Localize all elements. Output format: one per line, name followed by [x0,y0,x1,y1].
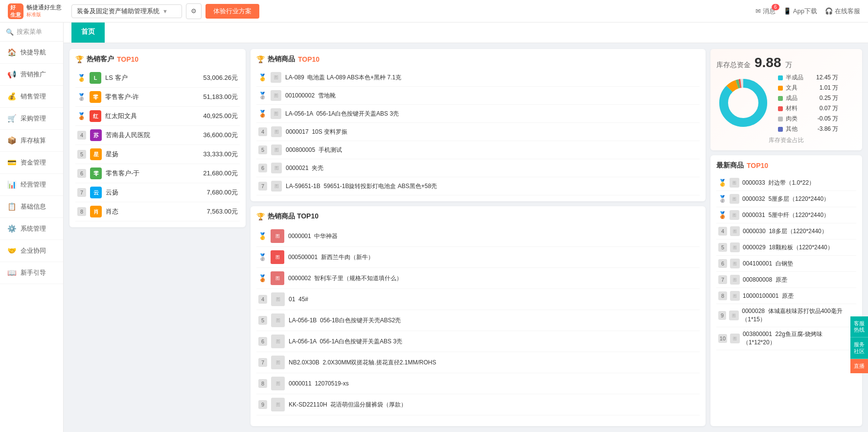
legend-item: 成品 0.25 万 [778,94,838,102]
message-button[interactable]: ✉ 消息 6 [755,7,776,16]
trial-button[interactable]: 体验行业方案 [206,4,259,19]
hot-product2-item: 6 图 0000021 夹壳 [256,159,700,177]
sidebar-label-guide: 新手引导 [21,268,46,277]
new-product-item: 🥉 图 0000031 5厘中纤（1220*2440） [716,207,856,223]
float-btn-community[interactable]: 服务社区 [850,337,868,359]
page-tabs: 首页 [64,23,868,43]
sidebar-item-sales[interactable]: 💰 销售管理 [0,86,63,108]
trophy2-icon: 🏆 [256,55,265,63]
trophy3-icon: 🏆 [256,213,265,220]
svg-point-1 [724,83,763,122]
customer-rank-item: 4 苏 苦南县人民医院 36,600.00元 [75,126,240,145]
hot-product2-list: 🥇 图 LA-089 电池盖 LA-089 ABS本色+黑种 7.1克 🥈 图 … [256,69,700,195]
hot-product2-card: 🏆 热销商品 TOP10 🥇 图 LA-089 电池盖 LA-089 ABS本色… [251,49,706,201]
right-panel: 库存总资金 9.88 万 [710,49,862,426]
sidebar-item-enterprise[interactable]: 🤝 企业协同 [0,240,63,262]
sys-select[interactable]: 装备及固定资产辅助管理系统 ▼ [71,4,182,18]
new-product-item: 8 图 10000100001 原垄 [716,288,856,304]
inventory-card: 库存总资金 9.88 万 [710,49,862,150]
dropdown-arrow-icon: ▼ [162,8,168,14]
brand-badge: 标准版 [26,11,62,18]
search-menu-button[interactable]: 🔍 搜索菜单 [0,23,63,42]
float-buttons: 客服热线 服务社区 直播 [850,316,868,373]
customer-top10-card: 🏆 热销客户 TOP10 🥇 L LS 客户 53,006.26元 🥈 零 零售… [69,49,246,227]
new-product-item: 🥈 图 0000032 5厘多层（1220*2440） [716,191,856,207]
new-product-item: 10 图 003800001 22g鱼豆腐-烧烤味（1*12*20） [716,327,856,350]
sidebar-item-marketing[interactable]: 📢 营销推广 [0,64,63,86]
customer-rank-item: 6 零 零售客户-于 21,680.00元 [75,164,240,183]
sidebar-label-quick-nav: 快捷导航 [21,48,46,57]
sidebar-label-finance: 资金管理 [21,158,46,167]
hot-product-item: 4 图 01 45# [256,289,700,310]
new-product-item: 7 图 000800008 原垄 [716,272,856,288]
customer-rank-item: 🥈 零 零售客户-许 51,183.00元 [75,88,240,107]
customer-rank-item: 🥇 L LS 客户 53,006.26元 [75,69,240,88]
main-content: 首页 🏆 热销客户 TOP10 🥇 L LS 客户 53,006.26元 🥈 零… [64,23,868,432]
search-icon: 🔍 [6,28,14,36]
sidebar-label-system: 系统管理 [21,224,46,233]
purchase-icon: 🛒 [7,114,17,123]
hot-product-list: 🥇 图 0000001 中华神器 🥈 图 000500001 新西兰牛肉（新牛）… [256,226,700,415]
hot-product2-item: 🥈 图 001000002 雪地靴 [256,87,700,105]
operation-icon: 📊 [7,180,17,190]
legend-item: 半成品 12.45 万 [778,73,838,82]
topbar: 好生意 畅捷通好生意 标准版 装备及固定资产辅助管理系统 ▼ ⚙ 体验行业方案 … [0,0,868,23]
app-download-button[interactable]: 📱 App下载 [783,7,817,16]
app-body: 🔍 搜索菜单 🏠 快捷导航 📢 营销推广 💰 销售管理 🛒 采购管理 📦 库存核… [0,23,868,432]
sidebar-item-operation[interactable]: 📊 经营管理 [0,174,63,196]
settings-button[interactable]: ⚙ [186,3,202,19]
sidebar: 🔍 搜索菜单 🏠 快捷导航 📢 营销推广 💰 销售管理 🛒 采购管理 📦 库存核… [0,23,64,432]
hot-product-item: 🥈 图 000500001 新西兰牛肉（新牛） [256,247,700,268]
sidebar-item-purchase[interactable]: 🛒 采购管理 [0,108,63,130]
topbar-center: 装备及固定资产辅助管理系统 ▼ ⚙ 体验行业方案 [71,3,755,19]
customer-list: 🥇 L LS 客户 53,006.26元 🥈 零 零售客户-许 51,183.0… [75,69,240,221]
left-panel: 🏆 热销客户 TOP10 🥇 L LS 客户 53,006.26元 🥈 零 零售… [69,49,246,426]
hot-product-item: 🥉 图 0000002 智利车子里（规格不知道填什么） [256,268,700,289]
sidebar-label-basic: 基础信息 [21,202,46,211]
inventory-title: 库存总资金 [716,61,751,70]
customer-rank-item: 7 云 云扬 7,680.00元 [75,183,240,202]
sidebar-item-quick-nav[interactable]: 🏠 快捷导航 [0,42,63,64]
customer-rank-item: 5 星 星扬 33,333.00元 [75,145,240,164]
float-btn-service[interactable]: 客服热线 [850,316,868,337]
tab-home[interactable]: 首页 [71,23,105,43]
new-product-list: 🥇 图 0000033 封边带（1.0*22） 🥈 图 0000032 5厘多层… [716,175,856,350]
guide-icon: 📖 [7,268,17,278]
sidebar-item-system[interactable]: ⚙️ 系统管理 [0,218,63,240]
sidebar-item-finance[interactable]: 💳 资金管理 [0,152,63,174]
brand-icon: 好生意 [8,3,23,19]
new-product-title: 最新商品 TOP10 [716,161,856,170]
hot-product-card: 🏆 热销商品 TOP10 🥇 图 0000001 中华神器 🥈 图 000500… [251,206,706,426]
mobile-icon: 📱 [783,7,791,15]
customer-rank-item: 🥉 红 红太阳文具 40,925.00元 [75,107,240,126]
hot-product-title: 🏆 热销商品 TOP10 [256,212,700,221]
online-service-button[interactable]: 🎧 在线客服 [825,7,860,16]
hot-product2-item: 7 图 LA-59651-1B 59651-1B旋转投影灯电池盒 ABS黑色+5… [256,177,700,195]
sidebar-item-stock[interactable]: 📦 库存核算 [0,130,63,152]
inventory-unit: 万 [785,61,792,70]
sidebar-label-purchase: 采购管理 [21,114,46,123]
sidebar-label-sales: 销售管理 [21,92,46,101]
content-area: 🏆 热销客户 TOP10 🥇 L LS 客户 53,006.26元 🥈 零 零售… [64,43,868,432]
inventory-sub: 库存资金占比 [716,136,856,144]
hot-product-item: 7 图 NB2.0X30B 2.0X30MM双搓花轴.搓花直径2.1MM/ROH… [256,352,700,373]
system-icon: ⚙️ [7,224,17,234]
message-badge: 6 [772,4,779,10]
sidebar-item-guide[interactable]: 📖 新手引导 [0,262,63,284]
trophy-icon: 🏆 [75,55,84,63]
inventory-amount: 9.88 [754,55,781,71]
finance-icon: 💳 [7,158,17,168]
new-product-card: 最新商品 TOP10 🥇 图 0000033 封边带（1.0*22） 🥈 图 0… [710,155,862,426]
hot-product-item: 🥇 图 0000001 中华神器 [256,226,700,247]
legend-item: 肉类 -0.05 万 [778,115,838,123]
donut-area: 半成品 12.45 万 文具 1.01 万 成品 0.25 万 材料 0.07 … [716,73,856,133]
middle-panel: 🏆 热销商品 TOP10 🥇 图 LA-089 电池盖 LA-089 ABS本色… [251,49,706,426]
hot-product2-item: 4 图 0000017 10S 变料罗振 [256,123,700,141]
basic-icon: 📋 [7,202,17,212]
new-product-item: 🥇 图 0000033 封边带（1.0*22） [716,175,856,191]
float-btn-live[interactable]: 直播 [850,359,868,373]
donut-chart [716,76,770,131]
legend-list: 半成品 12.45 万 文具 1.01 万 成品 0.25 万 材料 0.07 … [778,73,838,133]
sidebar-item-basic[interactable]: 📋 基础信息 [0,196,63,218]
sidebar-label-marketing: 营销推广 [21,70,46,79]
